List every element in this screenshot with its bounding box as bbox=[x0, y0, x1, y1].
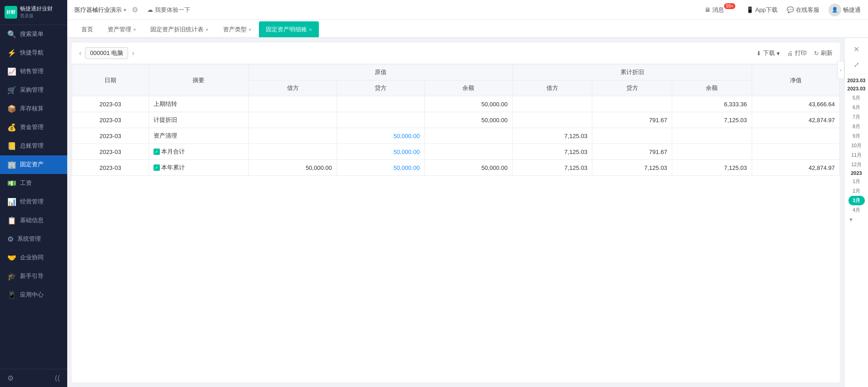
row-date-0: 2023-03 bbox=[72, 96, 149, 112]
timeline-month-early-11月[interactable]: 11月 bbox=[848, 150, 865, 160]
service-icon: 💬 bbox=[787, 6, 794, 13]
timeline-month-early-9月[interactable]: 9月 bbox=[848, 131, 865, 141]
row-dep-credit-0 bbox=[592, 96, 672, 112]
sidebar-item-ledger[interactable]: 📒总账管理 bbox=[0, 137, 67, 155]
col-dep-credit: 贷方 bbox=[592, 80, 672, 96]
row-dep-balance-2 bbox=[672, 128, 752, 144]
timeline-nav-down[interactable]: ▾ bbox=[848, 215, 865, 224]
ledger-icon: 📒 bbox=[7, 142, 16, 150]
right-panel: › ✕ ⤢ 2023.03 2023.03 5月6月7月8月9月10月11月12… bbox=[844, 38, 868, 387]
timeline-panel: ✕ ⤢ 2023.03 2023.03 5月6月7月8月9月10月11月12月2… bbox=[844, 38, 868, 387]
app-center-icon: 📱 bbox=[7, 291, 16, 299]
tab-1[interactable]: 资产管理 × bbox=[101, 21, 143, 37]
experience-btn[interactable]: ☁ 我要体验一下 bbox=[147, 6, 190, 14]
company-arrow-icon: ▾ bbox=[124, 7, 126, 13]
sidebar-item-operations[interactable]: 📊经营管理 bbox=[0, 193, 67, 211]
row-net-value-4: 42,874.97 bbox=[752, 160, 839, 176]
col-dep-balance: 余额 bbox=[672, 80, 752, 96]
tab-3[interactable]: 资产类型 × bbox=[216, 21, 258, 37]
topbar-right: 🖥 消息 99+ 📱 App下载 💬 在线客服 👤 畅捷通 bbox=[704, 4, 861, 16]
user-avatar-btn[interactable]: 👤 畅捷通 bbox=[828, 4, 861, 16]
sidebar-item-funds[interactable]: 💰资金管理 bbox=[0, 118, 67, 137]
tab-0[interactable]: 首页 bbox=[74, 21, 100, 37]
timeline-month-early-8月[interactable]: 8月 bbox=[848, 122, 865, 131]
table-row: 2023-03 ✓ 本月合计 50,000.00 7,125.03 791.67 bbox=[72, 144, 840, 160]
collapse-icon[interactable]: ⟨⟨ bbox=[55, 374, 60, 382]
sidebar-item-basic-info[interactable]: 📋基础信息 bbox=[0, 211, 67, 230]
row-orig-credit-1 bbox=[337, 112, 424, 128]
row-orig-balance-1: 50,000.00 bbox=[425, 112, 512, 128]
tab-label-3: 资产类型 bbox=[223, 25, 247, 34]
settings-icon[interactable]: ⚙ bbox=[7, 374, 14, 382]
prev-asset-btn[interactable]: ‹ bbox=[79, 49, 81, 57]
row-net-value-1: 42,874.97 bbox=[752, 112, 839, 128]
timeline-month-early-5月[interactable]: 5月 bbox=[848, 93, 865, 103]
panel-close-icon[interactable]: ✕ bbox=[849, 42, 864, 56]
customer-service-btn[interactable]: 💬 在线客服 bbox=[787, 6, 819, 14]
row-dep-balance-3 bbox=[672, 144, 752, 160]
timeline-month-2023-3月[interactable]: 3月 bbox=[848, 196, 865, 205]
sidebar-label-enterprise: 企业协同 bbox=[20, 253, 44, 262]
sidebar-item-enterprise[interactable]: 🤝企业协同 bbox=[0, 248, 67, 267]
print-btn[interactable]: 🖨 打印 bbox=[787, 49, 807, 57]
timeline-month-early-12月[interactable]: 12月 bbox=[848, 160, 865, 169]
download-arrow-icon: ▾ bbox=[777, 50, 780, 57]
col-orig-debit: 借方 bbox=[249, 80, 337, 96]
system-icon: ⚙ bbox=[7, 235, 14, 243]
sidebar-item-system[interactable]: ⚙系统管理 bbox=[0, 230, 67, 248]
row-dep-balance-4: 7,125.03 bbox=[672, 160, 752, 176]
funds-icon: 💰 bbox=[7, 123, 16, 132]
app-download-btn[interactable]: 📱 App下载 bbox=[746, 6, 778, 14]
sidebar-item-fixed-assets[interactable]: 🏢固定资产 bbox=[0, 155, 67, 174]
message-btn[interactable]: 🖥 消息 99+ bbox=[704, 6, 737, 14]
panel-expand-icon[interactable]: ⤢ bbox=[849, 57, 864, 72]
next-asset-btn[interactable]: › bbox=[132, 49, 134, 57]
main-area: 医疗器械行业演示 ▾ ⚙ ☁ 我要体验一下 🖥 消息 99+ 📱 App下载 💬… bbox=[67, 0, 868, 387]
sidebar-item-quick-nav[interactable]: ⚡快捷导航 bbox=[0, 44, 67, 62]
tab-close-3[interactable]: × bbox=[248, 27, 251, 32]
row-summary-3: ✓ 本月合计 bbox=[149, 144, 249, 160]
col-date: 日期 bbox=[72, 64, 149, 96]
timeline-month-2023-2月[interactable]: 2月 bbox=[848, 186, 865, 196]
sidebar-label-purchase: 采购管理 bbox=[20, 86, 44, 94]
row-orig-credit-2: 50,000.00 bbox=[337, 128, 424, 144]
col-depreciation-group: 累计折旧 bbox=[512, 64, 752, 80]
tab-4[interactable]: 固定资产明细账 × bbox=[259, 21, 318, 37]
print-icon: 🖨 bbox=[787, 50, 793, 57]
sidebar-item-wages[interactable]: 💵工资 bbox=[0, 174, 67, 193]
row-date-2: 2023-03 bbox=[72, 128, 149, 144]
basic-info-icon: 📋 bbox=[7, 216, 16, 225]
timeline-month-early-6月[interactable]: 6月 bbox=[848, 103, 865, 112]
refresh-icon: ↻ bbox=[814, 50, 819, 57]
sidebar-item-purchase[interactable]: 🛒采购管理 bbox=[0, 81, 67, 99]
sidebar-item-search[interactable]: 🔍搜索菜单 bbox=[0, 25, 67, 44]
col-dep-debit: 借方 bbox=[512, 80, 592, 96]
close-panel-btn[interactable]: › bbox=[837, 61, 844, 79]
row-orig-credit-4: 50,000.00 bbox=[337, 160, 424, 176]
sidebar-item-sales[interactable]: 📈销售管理 bbox=[0, 62, 67, 81]
topbar-settings-icon[interactable]: ⚙ bbox=[132, 5, 138, 14]
message-icon: 🖥 bbox=[704, 6, 710, 13]
timeline-date-1: 2023.03 bbox=[847, 77, 866, 84]
tab-2[interactable]: 固定资产折旧统计表 × bbox=[144, 21, 215, 37]
tab-close-2[interactable]: × bbox=[205, 27, 208, 32]
timeline-month-2023-4月[interactable]: 4月 bbox=[848, 205, 865, 215]
message-badge: 99+ bbox=[724, 3, 735, 9]
tab-close-4[interactable]: × bbox=[309, 27, 312, 32]
sidebar-item-guide[interactable]: 🎓新手引导 bbox=[0, 267, 67, 286]
sidebar-item-app-center[interactable]: 📱应用中心 bbox=[0, 286, 67, 304]
timeline-month-early-7月[interactable]: 7月 bbox=[848, 112, 865, 122]
download-btn[interactable]: ⬇ 下载 ▾ bbox=[756, 49, 780, 57]
refresh-label: 刷新 bbox=[821, 49, 833, 57]
timeline-month-2023-1月[interactable]: 1月 bbox=[848, 177, 865, 186]
msg-label: 消息 bbox=[712, 6, 724, 14]
table-section: ‹ 000001 电脑 › ⬇ 下载 ▾ 🖨 打印 ↻ 刷新 bbox=[72, 43, 840, 382]
refresh-btn[interactable]: ↻ 刷新 bbox=[814, 49, 833, 57]
tab-close-1[interactable]: × bbox=[133, 27, 136, 32]
tab-label-4: 固定资产明细账 bbox=[266, 25, 307, 34]
company-selector[interactable]: 医疗器械行业演示 ▾ bbox=[74, 6, 126, 14]
timeline-month-early-10月[interactable]: 10月 bbox=[848, 141, 865, 150]
row-dep-credit-2 bbox=[592, 128, 672, 144]
sidebar-item-inventory[interactable]: 📦库存核算 bbox=[0, 99, 67, 118]
row-net-value-0: 43,666.64 bbox=[752, 96, 839, 112]
